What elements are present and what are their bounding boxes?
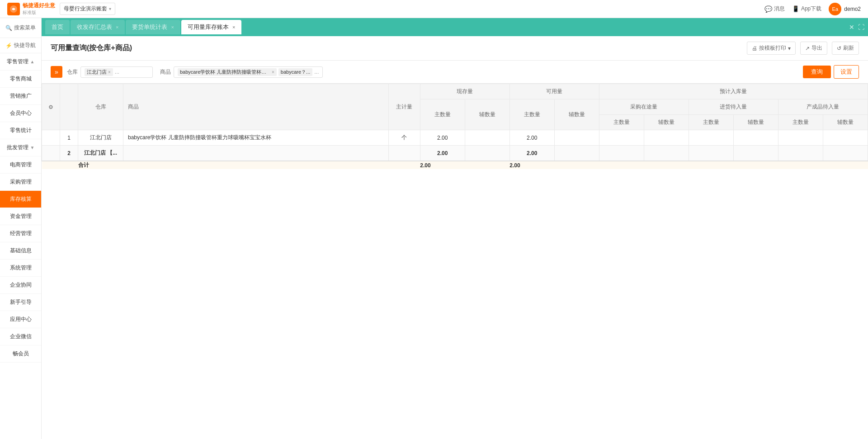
sidebar-item-new-guide[interactable]: 新手引导	[0, 294, 41, 311]
td-goods: babycare学饮杯 儿童防摔防撞吸管杯重力球吸嘴杯宝宝水杯	[123, 130, 389, 146]
message-icon: 💬	[764, 5, 772, 13]
expand-window-icon[interactable]: ⛶	[858, 24, 864, 31]
filter-buttons: 查询 设置	[803, 65, 859, 79]
th-purchase-main: 主数量	[599, 115, 644, 130]
quick-nav-label: 快捷导航	[14, 42, 36, 49]
th-product-main: 主数量	[778, 115, 823, 130]
print-button[interactable]: 🖨 按模板打印 ▾	[747, 42, 796, 55]
refresh-button[interactable]: ↺ 刷新	[832, 42, 859, 55]
gear-icon[interactable]: ⚙	[48, 104, 53, 110]
th-goods: 商品	[123, 84, 389, 130]
th-purchase-aux: 辅数量	[644, 115, 689, 130]
tab-receivable[interactable]: 收发存汇总表 ×	[71, 20, 125, 34]
sidebar-item-purchase[interactable]: 采购管理	[0, 174, 41, 191]
td-gear	[42, 130, 60, 146]
tab-order-stats-label: 要货单统计表	[132, 23, 167, 31]
sidebar-item-label: 资金管理	[10, 212, 32, 220]
goods-input[interactable]: babycare学饮杯 儿童防摔防撞吸管杯重力球吸嘴杯宝宝水杯 × babyca…	[174, 66, 323, 78]
user-area[interactable]: Ea demo2	[829, 3, 861, 15]
sidebar-item-label: 采购管理	[10, 178, 32, 186]
goods-label: 商品	[160, 68, 171, 76]
avatar: Ea	[829, 3, 841, 15]
logo-icon	[7, 3, 20, 15]
sidebar-item-retail-shop[interactable]: 零售商城	[0, 71, 41, 88]
th-warehouse: 仓库	[78, 84, 123, 130]
quick-nav-icon: ⚡	[5, 42, 12, 49]
sidebar-item-label: 经营管理	[10, 230, 32, 237]
sidebar-item-retail-mgmt[interactable]: 零售管理 ▲	[0, 53, 41, 71]
tab-available-inventory[interactable]: 可用量库存账本 ×	[181, 20, 241, 34]
goods-tag-1-close[interactable]: ×	[272, 70, 274, 75]
refresh-icon: ↺	[837, 45, 841, 52]
app-download-action[interactable]: 📱 App下载	[792, 5, 821, 13]
td-total-num	[60, 161, 78, 169]
sidebar-item-member[interactable]: 会员中心	[0, 105, 41, 122]
warehouse-input[interactable]: 江北门店 × ...	[80, 66, 153, 78]
th-available-main: 主数量	[509, 99, 554, 130]
sidebar-item-system[interactable]: 系统管理	[0, 260, 41, 277]
expand-icon: ▼	[30, 145, 35, 150]
sidebar-item-app-center[interactable]: 应用中心	[0, 311, 41, 328]
close-window-icon[interactable]: ✕	[849, 24, 854, 31]
td-current-main: 2.00	[420, 130, 465, 146]
setting-button[interactable]: 设置	[834, 65, 859, 79]
sidebar-item-finance[interactable]: 资金管理	[0, 208, 41, 225]
sidebar-item-operations[interactable]: 经营管理	[0, 225, 41, 242]
warehouse-label: 仓库	[67, 68, 78, 76]
total-row: 合计 2.00 2.00	[42, 161, 868, 169]
table-wrapper: ⚙ 仓库 商品 主计量 现存量 可用量 预计入库量 主数量 辅数	[42, 84, 868, 439]
td-incoming-main	[689, 146, 733, 161]
template-selector[interactable]: 母婴行业演示账套 ▾	[60, 3, 115, 15]
td-incoming-main	[689, 130, 733, 146]
print-icon: 🖨	[752, 45, 757, 52]
td-purchase-main	[599, 130, 644, 146]
td-current-main: 2.00	[420, 146, 465, 161]
sidebar-item-label: 系统管理	[10, 264, 32, 272]
tab-receivable-close[interactable]: ×	[116, 24, 118, 30]
tab-order-stats-close[interactable]: ×	[171, 24, 174, 30]
warehouse-tag-close[interactable]: ×	[108, 70, 111, 75]
table-row: 1 江北门店 babycare学饮杯 儿童防摔防撞吸管杯重力球吸嘴杯宝宝水杯 个…	[42, 130, 868, 146]
sidebar-item-ecommerce[interactable]: 电商管理	[0, 156, 41, 174]
td-total-current-main: 2.00	[420, 161, 465, 169]
warehouse-ellipsis: ...	[115, 69, 119, 75]
sidebar-item-marketing[interactable]: 营销推广	[0, 88, 41, 105]
sidebar-item-basic-info[interactable]: 基础信息	[0, 242, 41, 260]
search-menu-label: 搜索菜单	[14, 24, 36, 32]
quick-nav-button[interactable]: ⚡ 快捷导航	[0, 38, 41, 53]
search-menu-button[interactable]: 🔍 搜索菜单	[3, 22, 38, 34]
sidebar-item-wholesale-mgmt[interactable]: 批发管理 ▼	[0, 139, 41, 156]
td-total-goods	[123, 161, 389, 169]
double-arrow-icon: »	[55, 68, 58, 76]
th-incoming-aux: 辅数量	[733, 115, 778, 130]
td-total-unit	[388, 161, 420, 169]
warehouse-filter: 仓库 江北门店 × ...	[67, 66, 153, 78]
td-unit: 个	[388, 130, 420, 146]
th-current-main: 主数量	[420, 99, 465, 130]
filter-toggle-button[interactable]: »	[51, 66, 62, 78]
query-button[interactable]: 查询	[803, 66, 831, 78]
goods-tag-2-value: babycare？...	[281, 69, 310, 76]
sidebar-item-inventory[interactable]: 库存核算	[0, 191, 41, 208]
td-total-current-aux	[465, 161, 509, 169]
sidebar-item-retail-stats[interactable]: 零售统计	[0, 122, 41, 139]
th-current-aux: 辅数量	[465, 99, 509, 130]
tab-home-label: 首页	[52, 23, 63, 31]
sidebar-item-enterprise[interactable]: 企业协同	[0, 277, 41, 294]
td-product-main	[778, 146, 823, 161]
sidebar-item-label: 新手引导	[10, 298, 32, 306]
message-action[interactable]: 💬 消息	[764, 5, 785, 13]
tab-available-inventory-close[interactable]: ×	[232, 24, 235, 30]
export-button[interactable]: ↗ 导出	[800, 42, 827, 55]
export-label: 导出	[811, 44, 822, 52]
tab-order-stats[interactable]: 要货单统计表 ×	[126, 20, 180, 34]
sidebar-item-enterprise-wx[interactable]: 企业微信	[0, 328, 41, 345]
td-gear	[42, 146, 60, 161]
sidebar-item-vip[interactable]: 畅会员	[0, 345, 41, 363]
td-total-available-aux	[554, 161, 599, 169]
export-icon: ↗	[805, 45, 810, 52]
goods-tag-1: babycare学饮杯 儿童防摔防撞吸管杯重力球吸嘴杯宝宝水杯 ×	[178, 68, 277, 76]
chevron-down-icon: ▾	[109, 6, 111, 11]
tab-home[interactable]: 首页	[45, 20, 70, 34]
th-product-pending: 产成品待入量	[778, 99, 868, 115]
